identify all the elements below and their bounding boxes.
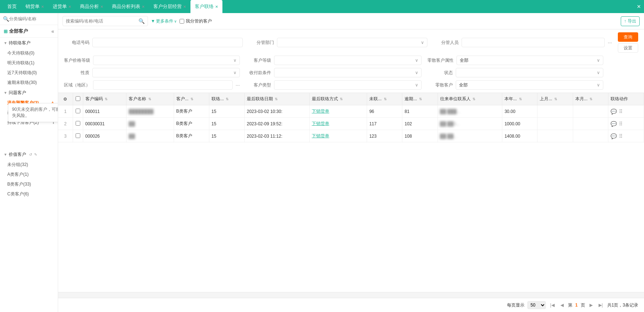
row-1-type: B类客户: [174, 105, 209, 118]
sort-icon-unit[interactable]: ⇅: [472, 97, 475, 101]
sort-icon-contact[interactable]: ⇅: [226, 97, 229, 101]
tab-customer-contact[interactable]: 客户联络 ✕: [190, 0, 222, 13]
sort-icon-overdue[interactable]: ⇅: [419, 97, 422, 101]
sidebar-item-class-c[interactable]: C类客户(6): [0, 189, 58, 199]
filter-status: 状态 ∨: [427, 68, 603, 77]
sort-icon-name[interactable]: ⇅: [148, 97, 151, 101]
region-dots[interactable]: ···: [236, 82, 240, 88]
row-1-action-icons: 💬 ⠿: [611, 109, 641, 114]
edit-icon[interactable]: ✎: [34, 153, 37, 157]
row-1-message-icon[interactable]: 💬: [611, 109, 617, 114]
settings-gear-icon[interactable]: ⚙: [63, 97, 67, 102]
customer-type-select[interactable]: ∨: [274, 80, 422, 90]
row-1-more-icon[interactable]: ⠿: [619, 109, 623, 114]
tab-sales[interactable]: 销货单 ✕: [21, 0, 48, 13]
close-goods-analysis-tab[interactable]: ✕: [100, 5, 103, 9]
filter-customer-level: 客户等级 ∨: [246, 56, 422, 65]
horizontal-scrollbar[interactable]: [58, 292, 644, 298]
export-button[interactable]: ↑ 导出: [621, 16, 640, 26]
tab-customer-tier[interactable]: 客户分层经营 ✕: [149, 0, 190, 13]
sidebar-item-ungrouped[interactable]: 未分组(32): [0, 160, 58, 170]
phone-input[interactable]: [92, 38, 243, 47]
first-page-button[interactable]: |◀: [549, 302, 556, 308]
action-buttons: 查询 设置: [618, 32, 638, 53]
sidebar-item-today-pending[interactable]: 今天待联络(0): [0, 48, 58, 58]
search-input[interactable]: [66, 19, 138, 24]
sort-icon-type[interactable]: ⇅: [190, 97, 193, 101]
my-customers-checkbox[interactable]: [180, 19, 184, 24]
price-level-arrow-icon: ∨: [233, 58, 237, 63]
prev-page-button[interactable]: ◀: [559, 302, 565, 308]
sidebar-all-customers[interactable]: ⊞ 全部客户 «: [0, 25, 58, 38]
refresh-icon[interactable]: ↺: [29, 153, 32, 157]
close-goods-list-tab[interactable]: ✕: [142, 5, 145, 9]
sidebar-group-problem-header[interactable]: ▼ 问题客户: [0, 88, 58, 98]
more-conditions-toggle[interactable]: ▼ 更多条件 ∨: [151, 18, 177, 24]
zero-customer-select[interactable]: 全部 ∨: [456, 80, 603, 90]
row-2-message-icon[interactable]: 💬: [611, 121, 617, 127]
sort-icon-code[interactable]: ⇅: [105, 97, 108, 101]
row-3-message-icon[interactable]: 💬: [611, 133, 617, 139]
price-level-select[interactable]: ∨: [93, 56, 240, 65]
sort-icon-uncontact[interactable]: ⇅: [384, 97, 387, 101]
row-3-more-icon[interactable]: ⠿: [619, 133, 623, 139]
sidebar-item-class-a[interactable]: A类客户(1): [0, 170, 58, 179]
filter-icon: ▼: [151, 19, 155, 24]
row-3-checkbox[interactable]: [76, 133, 80, 138]
main-layout: 🔍 ⊞ 全部客户 « ▼ 待联络客户 今天待联络(0) 明天待联络(1) 近7天…: [0, 13, 644, 312]
tab-goods-analysis[interactable]: 商品分析 ✕: [76, 0, 108, 13]
sidebar-item-7days-pending[interactable]: 近7天待联络(0): [0, 68, 58, 78]
dept-select[interactable]: ∨: [277, 38, 427, 47]
manager-dots[interactable]: ···: [608, 40, 612, 45]
sidebar-group-pending-header[interactable]: ▼ 待联络客户: [0, 38, 58, 48]
table-row: 2 00030031 ██ B类客户 15 2023-02-09 19:52: …: [58, 118, 644, 130]
manager-select[interactable]: [462, 38, 605, 47]
close-sales-tab[interactable]: ✕: [41, 5, 44, 9]
sidebar-collapse-btn[interactable]: «: [51, 28, 54, 34]
sidebar: 🔍 ⊞ 全部客户 « ▼ 待联络客户 今天待联络(0) 明天待联络(1) 近7天…: [0, 13, 58, 312]
tab-purchase[interactable]: 进货单 ✕: [48, 0, 76, 13]
status-select[interactable]: ∨: [456, 68, 603, 77]
customer-level-select[interactable]: ∨: [274, 56, 422, 65]
sort-icon-this-month[interactable]: ⇅: [589, 97, 592, 101]
sidebar-search-input[interactable]: [9, 16, 55, 21]
arrow-down-icon2: ▼: [4, 91, 7, 95]
row-3-action-icons: 💬 ⠿: [611, 133, 641, 139]
window-close-button[interactable]: ✕: [637, 4, 641, 9]
payment-select[interactable]: ∨: [274, 68, 422, 77]
sort-icon-year[interactable]: ⇅: [519, 97, 522, 101]
my-customers-checkbox-label[interactable]: 我分管的客户: [180, 18, 212, 24]
sort-icon-method[interactable]: ⇅: [340, 97, 343, 101]
query-button[interactable]: 查询: [618, 32, 638, 42]
sidebar-item-tomorrow-pending[interactable]: 明天待联络(1): [0, 58, 58, 68]
last-page-button[interactable]: ▶|: [597, 302, 604, 308]
zero-sales-select[interactable]: 全部 ∨: [456, 56, 603, 65]
filter-zero-customer: 零散客户 全部 ∨: [427, 80, 603, 90]
sort-icon-last-month[interactable]: ⇅: [554, 97, 557, 101]
close-customer-tier-tab[interactable]: ✕: [183, 5, 186, 9]
close-customer-contact-tab[interactable]: ✕: [215, 5, 218, 9]
sidebar-group-value-header[interactable]: ▼ 价值客户 ↺ ✎: [0, 149, 58, 160]
row-2-checkbox[interactable]: [76, 121, 80, 126]
tab-home[interactable]: 首页: [3, 0, 21, 13]
row-1-checkbox[interactable]: [76, 109, 80, 113]
select-all-checkbox[interactable]: [76, 96, 80, 101]
settings-button[interactable]: 设置: [618, 43, 638, 53]
row-3-name-blurred: ██: [129, 134, 135, 139]
search-button-icon[interactable]: 🔍: [138, 18, 145, 24]
close-purchase-tab[interactable]: ✕: [68, 5, 71, 9]
row-2-method-link[interactable]: 下销货单: [312, 121, 329, 126]
row-1-method-link[interactable]: 下销货单: [312, 109, 329, 114]
region-select[interactable]: [93, 80, 233, 90]
tab-goods-list[interactable]: 商品分析列表 ✕: [108, 0, 149, 13]
row-3-method-link[interactable]: 下销货单: [312, 133, 329, 138]
gender-select[interactable]: ∨: [92, 68, 240, 77]
per-page-select[interactable]: 50 100 200: [527, 301, 546, 309]
sidebar-item-class-b[interactable]: B类客户(33): [0, 179, 58, 189]
zero-customer-label: 零散客户: [427, 82, 453, 88]
churn-tooltip: 90天未交易的客户，可能有流失风险。: [8, 103, 58, 122]
sort-icon-date[interactable]: ⇅: [275, 97, 278, 101]
sidebar-item-overdue-pending[interactable]: 逾期未联络(30): [0, 78, 58, 88]
next-page-button[interactable]: ▶: [588, 302, 594, 308]
row-2-more-icon[interactable]: ⠿: [619, 121, 623, 127]
